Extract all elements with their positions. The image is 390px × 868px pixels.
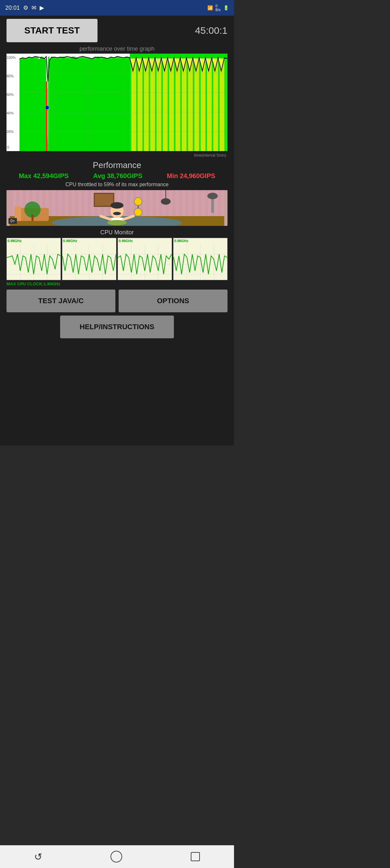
svg-rect-10	[182, 57, 186, 151]
y-label-60: 60%	[6, 93, 13, 96]
perf-stats: Max 42,594GIPS Avg 38,760GIPS Min 24,960…	[6, 172, 228, 180]
y-label-0: 0	[7, 145, 9, 149]
cpu-core-4: 0.98GHz	[173, 238, 228, 280]
perf-min: Min 24,960GIPS	[167, 172, 215, 180]
options-button[interactable]: OPTIONS	[119, 289, 228, 312]
help-instructions-button[interactable]: HELP/INSTRUCTIONS	[60, 315, 174, 338]
cpu-graphs: 0.98GHz 0.98GHz	[6, 238, 228, 280]
email-icon: ✉	[32, 4, 36, 11]
svg-rect-9	[176, 57, 180, 151]
cpu-core-3-freq: 0.98GHz	[119, 239, 132, 243]
button-row: TEST JAVA/C OPTIONS	[6, 289, 228, 312]
performance-graph: 100% 80% 60% 40% 20% 0	[6, 54, 228, 151]
svg-point-49	[134, 197, 142, 206]
svg-rect-12	[194, 57, 199, 151]
cpu-monitor-title: CPU Monitor	[6, 229, 228, 236]
settings-icon: ⚙	[23, 4, 28, 11]
svg-rect-3	[138, 57, 143, 151]
wifi-icon: 📶	[207, 5, 213, 10]
timer-display: 45:00:1	[195, 25, 228, 36]
svg-point-40	[207, 193, 218, 199]
graph-title: performance over time graph	[6, 45, 228, 52]
empty-space	[0, 348, 234, 445]
perf-avg: Avg 38,760GIPS	[93, 172, 142, 180]
y-label-100: 100%	[6, 56, 16, 59]
ad-scene	[6, 190, 228, 226]
svg-point-48	[107, 220, 127, 225]
y-label-20: 20%	[6, 130, 13, 133]
svg-rect-8	[169, 57, 174, 151]
cpu-core-3: 0.98GHz	[118, 238, 172, 280]
perf-title: Performance	[6, 160, 228, 170]
svg-rect-11	[188, 57, 193, 151]
cpu-core-4-freq: 0.98GHz	[174, 239, 188, 243]
svg-point-44	[113, 212, 121, 215]
cpu-core-2: 0.98GHz	[62, 238, 116, 280]
svg-rect-16	[220, 57, 224, 151]
svg-point-50	[134, 208, 142, 216]
y-label-80: 80%	[6, 74, 13, 78]
svg-marker-17	[20, 59, 46, 151]
perf-max: Max 42,594GIPS	[19, 172, 68, 180]
play-icon: ▶	[40, 4, 44, 11]
cpu-section: CPU Monitor 0.98GHz	[6, 229, 228, 286]
performance-section: Performance Max 42,594GIPS Avg 38,760GIP…	[6, 160, 228, 187]
svg-rect-21	[46, 82, 47, 151]
cpu-core-2-freq: 0.98GHz	[63, 239, 77, 243]
svg-point-53	[161, 198, 171, 205]
status-right: 📶 0B/s 🔋	[207, 4, 229, 12]
svg-rect-55	[32, 215, 33, 221]
svg-point-43	[111, 202, 123, 209]
ad-svg	[6, 190, 228, 226]
start-test-button[interactable]: START TEST	[6, 19, 97, 42]
cpu-core-1-freq: 0.98GHz	[7, 239, 22, 243]
svg-rect-6	[157, 57, 161, 151]
svg-rect-5	[150, 57, 155, 151]
start-row: START TEST 45:00:1	[6, 19, 228, 42]
status-bar: 20:01 ⚙ ✉ ▶ 📶 0B/s 🔋	[0, 0, 234, 16]
cpu-max-clock: MAX CPU CLOCK:1.80GHz	[6, 281, 228, 286]
cpu-core-1: 0.98GHz	[6, 238, 61, 280]
graph-x-label: time(interval 5min)	[6, 153, 228, 158]
y-label-40: 40%	[6, 111, 13, 115]
ad-area[interactable]: 0+	[6, 190, 228, 226]
svg-rect-19	[130, 54, 228, 59]
ad-badge: 0+	[8, 218, 17, 224]
svg-marker-18	[50, 59, 130, 151]
time-display: 20:01	[5, 5, 20, 11]
svg-rect-15	[213, 57, 218, 151]
speed-text: 0B/s	[215, 4, 221, 12]
main-content: START TEST 45:00:1 performance over time…	[0, 16, 234, 348]
svg-rect-13	[201, 57, 206, 151]
svg-rect-7	[163, 57, 168, 151]
status-left: 20:01 ⚙ ✉ ▶	[5, 4, 44, 11]
svg-rect-4	[144, 57, 149, 151]
graph-svg	[20, 54, 228, 151]
battery-icon: 🔋	[223, 5, 229, 10]
help-btn-row: HELP/INSTRUCTIONS	[6, 315, 228, 338]
svg-rect-14	[207, 57, 212, 151]
svg-point-22	[46, 106, 49, 110]
throttle-text: CPU throttled to 59% of its max performa…	[6, 182, 228, 187]
svg-rect-2	[131, 57, 136, 151]
test-java-c-button[interactable]: TEST JAVA/C	[6, 289, 115, 312]
